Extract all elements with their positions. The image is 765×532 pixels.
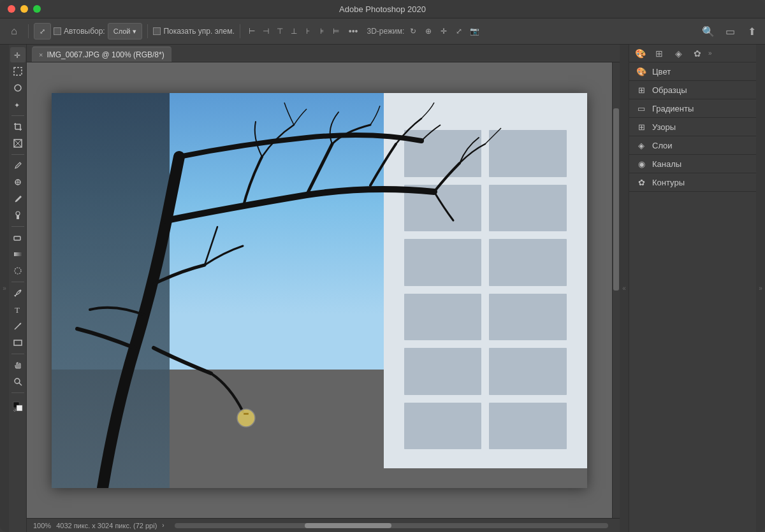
svg-rect-14: [17, 215, 19, 219]
panel-header-patterns[interactable]: ⊞ Узоры: [629, 118, 756, 136]
tool-pen[interactable]: [10, 285, 26, 301]
tool-zoom[interactable]: [10, 374, 26, 389]
panel-mini-icons: 🎨 ⊞ ◈ ✿ »: [629, 45, 752, 62]
right-panel-collapse-right[interactable]: »: [756, 45, 765, 532]
align-right-icon[interactable]: ⊤: [273, 25, 286, 38]
paths-label: Контуры: [652, 178, 685, 187]
svg-text:✦: ✦: [14, 101, 20, 109]
foreground-color[interactable]: ↺: [10, 399, 26, 414]
color-label: Цвет: [652, 67, 671, 76]
threed-slide-icon[interactable]: ⤢: [453, 25, 465, 38]
panel-header-channels[interactable]: ◉ Каналы: [629, 155, 756, 173]
building-left: [52, 93, 170, 488]
svg-text:T: T: [15, 305, 20, 315]
zoom-level: 100%: [33, 522, 51, 529]
tool-eraser[interactable]: [10, 230, 26, 245]
vertical-scrollbar-thumb[interactable]: [613, 108, 619, 291]
panel-header-gradients[interactable]: ▭ Градиенты: [629, 99, 756, 117]
status-bar: 100% 4032 пикс. x 3024 пикс. (72 ppi) ›: [27, 518, 620, 532]
panel-icon-layers-mini[interactable]: ◈: [670, 45, 687, 62]
document-tab[interactable]: × IMG_0067.JPG @ 100% (RGB/8*): [32, 47, 171, 62]
align-top-icon[interactable]: ⊥: [288, 25, 300, 38]
tool-type[interactable]: T: [10, 302, 26, 317]
tool-gradient[interactable]: [10, 247, 26, 262]
tool-brush[interactable]: [10, 191, 26, 206]
paths-icon: ✿: [636, 176, 647, 188]
move-tool-icon[interactable]: ⤢: [34, 23, 51, 40]
window-1: [404, 130, 482, 176]
tool-rectangle[interactable]: [10, 335, 26, 350]
layers-label: Слои: [652, 141, 673, 150]
tool-crop[interactable]: [10, 119, 26, 134]
align-center-h-icon[interactable]: ⊣: [259, 25, 272, 38]
building-windows: [404, 130, 567, 449]
threed-orbit-icon[interactable]: ⊕: [422, 25, 435, 38]
autoselect-checkbox[interactable]: [54, 27, 61, 35]
maximize-button[interactable]: [33, 5, 41, 13]
tool-rectangular-marquee[interactable]: [10, 64, 26, 79]
svg-point-22: [15, 378, 20, 384]
align-icons: ⊢ ⊣ ⊤ ⊥ ⊦ ⊧ ⊨: [245, 25, 342, 38]
horizontal-scrollbar-thumb[interactable]: [305, 523, 391, 528]
title-bar: Adobe Photoshop 2020: [0, 0, 765, 18]
tool-magic-wand[interactable]: ✦: [10, 97, 26, 112]
minimize-button[interactable]: [20, 5, 28, 13]
tab-close-icon[interactable]: ×: [39, 51, 43, 59]
tool-healing-brush[interactable]: [10, 175, 26, 190]
tool-move[interactable]: ✛: [10, 47, 26, 62]
patterns-icon: ⊞: [636, 121, 647, 133]
window-7: [404, 294, 482, 340]
search-icon[interactable]: 🔍: [700, 23, 717, 40]
panel-header-color[interactable]: 🎨 Цвет: [629, 62, 756, 80]
tool-lasso[interactable]: [10, 80, 26, 96]
tool-separator-2: [11, 154, 24, 155]
panel-icon-paths-mini[interactable]: ✿: [689, 45, 706, 62]
close-button[interactable]: [8, 5, 15, 13]
panel-header-swatches[interactable]: ⊞ Образцы: [629, 81, 756, 99]
svg-line-23: [19, 383, 22, 385]
threed-pan-icon[interactable]: ✛: [437, 25, 450, 38]
left-panel-collapse[interactable]: »: [0, 45, 9, 532]
panel-header-layers[interactable]: ◈ Слои: [629, 136, 756, 154]
window-3: [404, 185, 482, 231]
threed-rotate-icon[interactable]: ↻: [407, 25, 419, 38]
window-controls[interactable]: [8, 5, 41, 13]
layer-dropdown[interactable]: Слой ▾: [108, 23, 143, 40]
tool-blur[interactable]: [10, 263, 26, 278]
panel-section-layers: ◈ Слои: [629, 136, 756, 155]
panel-section-swatches: ⊞ Образцы: [629, 81, 756, 99]
vertical-scrollbar[interactable]: [612, 62, 620, 518]
svg-rect-15: [14, 236, 20, 240]
align-center-v-icon[interactable]: ⊦: [302, 25, 314, 38]
workspace-icon[interactable]: ▭: [722, 23, 738, 40]
panel-icon-grid[interactable]: ⊞: [651, 45, 667, 62]
patterns-label: Узоры: [652, 122, 676, 132]
distribute-icon[interactable]: ⊨: [330, 25, 342, 38]
tool-hand[interactable]: [10, 357, 26, 373]
tool-eyedropper[interactable]: [10, 158, 26, 173]
home-icon[interactable]: ⌂: [5, 22, 23, 40]
canvas-content[interactable]: [27, 62, 612, 518]
right-panel-toggle: 🎨 ⊞ ◈ ✿ »: [629, 45, 756, 62]
move-tool-section: ⤢ Автовыбор: Слой ▾: [34, 23, 142, 40]
right-panel-collapse-left[interactable]: «: [620, 45, 629, 532]
tool-frame[interactable]: [10, 136, 26, 151]
status-arrow-icon[interactable]: ›: [162, 522, 164, 529]
align-bottom-icon[interactable]: ⊧: [316, 25, 328, 38]
right-collapse-arrow-icon[interactable]: »: [708, 50, 712, 57]
threed-camera-icon[interactable]: 📷: [468, 25, 481, 38]
panel-icon-color-picker[interactable]: 🎨: [632, 45, 648, 62]
left-toolbar: ✛ ✦: [9, 45, 27, 532]
tool-path-selection[interactable]: [10, 319, 26, 334]
tool-clone-stamp[interactable]: [10, 208, 26, 223]
align-left-icon[interactable]: ⊢: [245, 25, 258, 38]
image-info: 4032 пикс. x 3024 пикс. (72 ppi): [56, 522, 157, 529]
show-transform-checkbox[interactable]: [153, 27, 161, 35]
show-transform-label: Показать упр. элем.: [163, 27, 234, 36]
panel-header-paths[interactable]: ✿ Контуры: [629, 173, 756, 191]
tool-separator-1: [11, 115, 24, 116]
horizontal-scrollbar[interactable]: [175, 523, 608, 528]
share-icon[interactable]: ⬆: [743, 23, 760, 40]
more-options-icon[interactable]: •••: [346, 26, 361, 36]
window-4: [489, 185, 567, 231]
